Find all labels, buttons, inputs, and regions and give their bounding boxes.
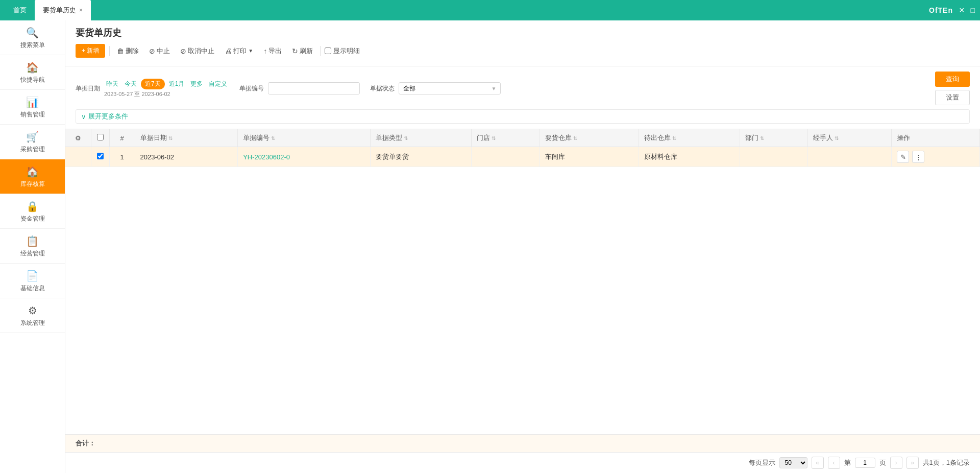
shortcut-today[interactable]: 今天 (122, 79, 139, 89)
th-handler[interactable]: 经手人 ⇅ (808, 129, 892, 147)
page-size-select[interactable]: 20 50 100 200 (779, 457, 807, 468)
cancel-stop-label: 取消中止 (188, 46, 214, 56)
show-detail-input[interactable] (325, 48, 331, 54)
tab-close-icon[interactable]: × (79, 7, 83, 14)
finance-icon: 🔒 (26, 201, 39, 211)
sidebar-item-purchase[interactable]: 🛒 采购管理 (0, 125, 65, 159)
print-button[interactable]: 🖨 打印 ▼ (222, 44, 256, 58)
status-filter-label: 单据状态 (370, 84, 395, 93)
td-docno: YH-20230602-0 (238, 147, 371, 167)
sort-icon-doctype: ⇅ (404, 135, 408, 141)
refresh-label: 刷新 (300, 46, 313, 56)
sidebar-item-finance[interactable]: 🔒 资金管理 (0, 194, 65, 229)
sidebar-label-operations: 经营管理 (20, 249, 45, 258)
expand-more-btn[interactable]: ∨ 展开更多条件 (76, 109, 970, 124)
expand-icon: ∨ (81, 113, 86, 121)
shortcut-custom[interactable]: 自定义 (207, 79, 229, 89)
th-settings[interactable]: ⚙ (65, 129, 91, 147)
row-ops: ✎ ⋮ (897, 151, 974, 163)
date-range-display: 2023-05-27 至 2023-06-02 (104, 90, 229, 98)
refresh-button[interactable]: ↻ 刷新 (289, 44, 316, 58)
stop-button[interactable]: ⊘ 中止 (146, 44, 173, 58)
cancel-stop-button[interactable]: ⊘ 取消中止 (177, 44, 217, 58)
filter-row: 单据日期 昨天 今天 近7天 近1月 更多 自定义 2023-05-27 至 2… (76, 72, 970, 105)
td-num: 1 (109, 147, 135, 167)
status-select[interactable]: 全部 草稿 审核中 已审核 (399, 83, 500, 94)
th-docno-sort: 单据编号 ⇅ (243, 133, 365, 143)
sidebar-label-search: 搜索菜单 (20, 41, 45, 50)
shortcut-more[interactable]: 更多 (188, 79, 205, 89)
basicinfo-icon: 📄 (26, 271, 39, 281)
sales-icon: 📊 (26, 97, 39, 107)
sidebar-item-operations[interactable]: 📋 经营管理 (0, 229, 65, 264)
docno-link[interactable]: YH-20230602-0 (243, 153, 290, 161)
docno-filter-group: 单据编号 (239, 82, 360, 94)
sidebar-item-system[interactable]: ⚙ 系统管理 (0, 298, 65, 333)
table-row[interactable]: 1 2023-06-02 YH-20230602-0 要货单要货 车间库 原材料… (65, 147, 980, 167)
table-body: 1 2023-06-02 YH-20230602-0 要货单要货 车间库 原材料… (65, 147, 980, 167)
sidebar-item-basicinfo[interactable]: 📄 基础信息 (0, 264, 65, 298)
td-checkbox[interactable] (91, 147, 109, 167)
tab-active[interactable]: 要货单历史 × (35, 0, 91, 20)
td-handler (808, 147, 892, 167)
row-checkbox[interactable] (97, 153, 104, 159)
last-page-btn[interactable]: » (906, 457, 919, 469)
td-req-warehouse: 车间库 (540, 147, 639, 167)
toolbar-separator-1 (109, 46, 110, 56)
th-store[interactable]: 门店 ⇅ (472, 129, 540, 147)
docno-filter-label: 单据编号 (239, 84, 264, 93)
sidebar-item-search[interactable]: 🔍 搜索菜单 (0, 20, 65, 55)
sidebar-label-system: 系统管理 (20, 319, 45, 327)
cancel-stop-icon: ⊘ (180, 47, 186, 55)
export-icon: ↑ (263, 47, 267, 55)
new-button[interactable]: + 新增 (76, 44, 105, 58)
print-icon: 🖨 (225, 47, 232, 55)
date-filter-label: 单据日期 (76, 84, 100, 93)
date-shortcut-row: 昨天 今天 近7天 近1月 更多 自定义 (104, 79, 229, 89)
th-doctype[interactable]: 单据类型 ⇅ (371, 129, 472, 147)
th-date[interactable]: 单据日期 ⇅ (135, 129, 238, 147)
sidebar-item-inventory[interactable]: 🏠 库存核算 (0, 159, 65, 194)
topbar-close-btn[interactable]: × (959, 5, 965, 16)
next-page-btn[interactable]: › (890, 457, 902, 469)
sort-icon-pending-warehouse: ⇅ (672, 135, 676, 141)
td-doctype: 要货单要货 (371, 147, 472, 167)
settings-button[interactable]: 设置 (935, 90, 970, 105)
th-doctype-label: 单据类型 (376, 133, 402, 143)
shortcut-1month[interactable]: 近1月 (167, 79, 187, 89)
first-page-btn[interactable]: « (812, 457, 824, 469)
export-button[interactable]: ↑ 导出 (260, 44, 285, 58)
prev-page-btn[interactable]: ‹ (828, 457, 840, 469)
td-settings (65, 147, 91, 167)
th-pending-warehouse[interactable]: 待出仓库 ⇅ (639, 129, 740, 147)
page-suffix: 页 (879, 458, 886, 467)
docno-input[interactable] (268, 82, 360, 94)
th-docno[interactable]: 单据编号 ⇅ (238, 129, 371, 147)
sidebar-item-quicknav[interactable]: 🏠 快捷导航 (0, 55, 65, 90)
date-shortcuts: 昨天 今天 近7天 近1月 更多 自定义 2023-05-27 至 2023-0… (104, 79, 229, 98)
select-all-checkbox[interactable] (97, 134, 104, 140)
main-table: ⚙ # 单据日期 ⇅ 单据编号 ⇅ (65, 129, 980, 167)
edit-op-btn[interactable]: ✎ (897, 151, 909, 163)
th-ops: 操作 (892, 129, 980, 147)
th-checkbox[interactable] (91, 129, 109, 147)
stop-label: 中止 (157, 46, 170, 56)
shortcut-yesterday[interactable]: 昨天 (104, 79, 120, 89)
page-input[interactable] (855, 458, 875, 468)
delete-button[interactable]: 🗑 删除 (114, 44, 142, 58)
shortcut-7days[interactable]: 近7天 (141, 79, 165, 89)
query-button[interactable]: 查询 (935, 72, 970, 87)
page-header: 要货单历史 + 新增 🗑 删除 ⊘ 中止 ⊘ 取消中止 🖨 打 (65, 20, 980, 66)
th-pending-warehouse-sort: 待出仓库 ⇅ (644, 133, 734, 143)
tab-home[interactable]: 首页 (5, 0, 35, 20)
th-req-warehouse[interactable]: 要货仓库 ⇅ (540, 129, 639, 147)
show-detail-checkbox[interactable]: 显示明细 (325, 46, 360, 56)
more-op-btn[interactable]: ⋮ (912, 151, 924, 163)
table-footer: 合计： (65, 434, 980, 452)
filter-bar: 单据日期 昨天 今天 近7天 近1月 更多 自定义 2023-05-27 至 2… (65, 66, 980, 129)
topbar-maximize-btn[interactable]: □ (971, 6, 975, 14)
sidebar-item-sales[interactable]: 📊 销售管理 (0, 90, 65, 125)
sort-icon-store: ⇅ (492, 135, 496, 141)
th-handler-label: 经手人 (813, 133, 833, 143)
th-department[interactable]: 部门 ⇅ (740, 129, 808, 147)
